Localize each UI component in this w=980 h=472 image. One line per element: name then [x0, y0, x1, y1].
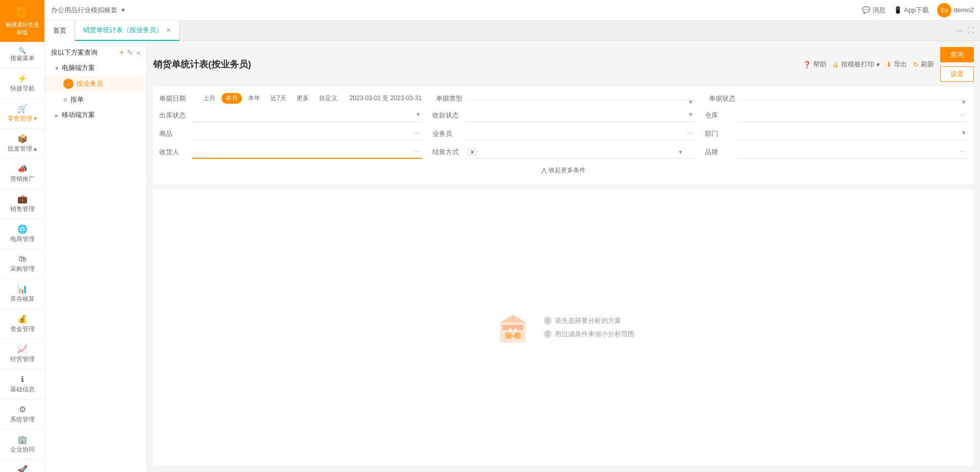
tab-sales-stat[interactable]: 销货单统计表（按业务员） ✕: [75, 20, 180, 41]
warehouse-dots: ···: [960, 110, 966, 118]
ops-label: 经营管理: [10, 356, 35, 363]
add-scheme-icon[interactable]: +: [119, 48, 124, 57]
collapse-label: 收起更多条件: [549, 166, 585, 175]
panel-title: 按以下方案查询: [51, 48, 97, 57]
warehouse-select[interactable]: ···: [738, 109, 968, 122]
user-name: demo2: [953, 6, 974, 14]
date-filter-row: 单据日期 上月 本月 本年 近7天 更多 自定义 2023-03-01 至 20…: [159, 93, 968, 104]
sidebar-item-enterprise[interactable]: 🏢 企业协同: [0, 430, 44, 460]
date-tab-last-month[interactable]: 上月: [199, 93, 219, 104]
sidebar-item-finance[interactable]: 💰 资金管理: [0, 309, 44, 339]
department-select[interactable]: ▾: [738, 127, 968, 140]
tree-group-label: 电脑端方案: [62, 63, 95, 73]
outbound-filter: 出库状态 ▾: [159, 109, 422, 122]
sidebar-item-wholesale[interactable]: 📦 批发管理 ▴: [0, 129, 44, 159]
tab-home[interactable]: 首页: [45, 20, 75, 41]
receipt-select[interactable]: ▾: [465, 109, 695, 122]
nav-icon-wholesale: 📦: [3, 134, 42, 144]
refresh-btn[interactable]: ↻ 刷新: [913, 60, 934, 69]
tree-item-by-order[interactable]: ≡ 按单: [45, 92, 146, 107]
product-select[interactable]: ···: [192, 127, 422, 140]
date-tab-this-month[interactable]: 本月: [222, 93, 242, 104]
tree-group-desktop[interactable]: ▾ 电脑端方案: [45, 60, 146, 76]
quick-nav-label: 快捷导航: [10, 85, 35, 92]
nav-icon-retail: 🛒: [3, 104, 42, 113]
print-btn[interactable]: 🖨 按模板打印 ▾: [832, 60, 880, 69]
date-tab-7days[interactable]: 近7天: [266, 93, 290, 104]
sidebar-item-ecom[interactable]: 🌐 电商管理: [0, 219, 44, 249]
payment-tag-close[interactable]: ×: [471, 149, 474, 156]
tab-minimize-icon[interactable]: —: [957, 27, 963, 34]
sidebar-item-ops[interactable]: 📈 经营管理: [0, 339, 44, 369]
help-label: 帮助: [813, 60, 826, 69]
svg-rect-1: [503, 325, 523, 330]
sidebar-item-basic[interactable]: ℹ 基础信息: [0, 369, 44, 399]
empty-state: 1 请先选择要分析的方案 2 用过滤条件来缩小分析范围: [153, 189, 974, 466]
search-menu[interactable]: 🔍 搜索菜单: [0, 42, 44, 68]
tree-expand-icon-mobile: ▸: [55, 111, 59, 119]
avatar: Ea: [937, 3, 951, 17]
empty-tips: 1 请先选择要分析的方案 2 用过滤条件来缩小分析范围: [544, 314, 634, 341]
app-subtitle: 标版: [17, 29, 28, 35]
marketing-label: 营销推广: [10, 175, 35, 182]
collapse-button[interactable]: ⋀ 收起更多条件: [159, 163, 968, 178]
collapse-panel-icon[interactable]: «: [136, 49, 140, 57]
sidebar-item-marketing[interactable]: 📣 营销推广: [0, 159, 44, 189]
help-btn[interactable]: ❓ 帮助: [803, 60, 826, 69]
scheme-salesperson-label: 按业务员: [77, 79, 103, 88]
export-btn[interactable]: ⬇ 导出: [886, 60, 907, 69]
tree-group-mobile[interactable]: ▸ 移动端方案: [45, 107, 146, 123]
nav-icon-ecom: 🌐: [3, 224, 42, 234]
date-tab-more[interactable]: 更多: [292, 93, 313, 104]
top-header: 办公用品行业模拟账套 ▾ 💬 消息 📱 App下载 Ea demo2: [45, 0, 980, 20]
sidebar-item-system[interactable]: ⚙ 系统管理: [0, 399, 44, 430]
consignee-filter: 收货人 ···: [159, 146, 422, 159]
nav-icon-newbie: 🚀: [3, 465, 42, 472]
payment-select[interactable]: × ▾: [465, 146, 695, 159]
receipt-filter: 收款状态 ▾: [432, 109, 695, 122]
receipt-dropdown-icon: ▾: [689, 110, 693, 118]
page-title-bar: 销货单统计表(按业务员) ❓ 帮助 🖨 按模板打印 ▾ ⬇ 导出: [153, 47, 974, 82]
nav-icon-inventory: 📊: [3, 284, 42, 294]
brand-select[interactable]: ···: [738, 146, 968, 159]
edit-scheme-icon[interactable]: ✎: [127, 49, 133, 57]
sidebar: 🟠 畅捷通好生意 标版 🔍 搜索菜单 ⚡ 快捷导航 🛒 零售管理 ▾ 📦 批发管…: [0, 0, 45, 472]
empty-tip-2: 2 用过滤条件来缩小分析范围: [544, 327, 634, 341]
tree-item-by-salesperson[interactable]: ✓ 按业务员: [45, 76, 146, 92]
setting-button[interactable]: 设置: [940, 66, 974, 82]
panel-header: 按以下方案查询 + ✎ «: [45, 45, 146, 60]
export-label: 导出: [894, 60, 907, 69]
warehouse-filter: 仓库 ···: [705, 109, 968, 122]
active-indicator: ✓: [63, 79, 74, 89]
doc-status-select[interactable]: ▾: [742, 97, 968, 100]
nav-icon-enterprise: 🏢: [3, 435, 42, 444]
outbound-select[interactable]: ▾: [192, 109, 422, 122]
date-tab-this-year[interactable]: 本年: [244, 93, 264, 104]
sidebar-item-purchase[interactable]: 🛍 采购管理: [0, 249, 44, 279]
svg-point-7: [514, 328, 517, 332]
user-profile[interactable]: Ea demo2: [937, 3, 974, 17]
sidebar-item-retail[interactable]: 🛒 零售管理 ▾: [0, 99, 44, 129]
search-menu-label: 搜索菜单: [0, 54, 44, 63]
sidebar-item-sales[interactable]: 💼 销售管理: [0, 189, 44, 219]
sidebar-item-inventory[interactable]: 📊 库存核算: [0, 279, 44, 309]
message-btn[interactable]: 💬 消息: [862, 6, 886, 15]
right-panel: 销货单统计表(按业务员) ❓ 帮助 🖨 按模板打印 ▾ ⬇ 导出: [147, 41, 980, 472]
date-tab-custom[interactable]: 自定义: [315, 93, 341, 104]
sidebar-item-newbie[interactable]: 🚀 新手引导: [0, 460, 44, 472]
product-filter: 商品 ···: [159, 127, 422, 140]
query-button[interactable]: 查询: [940, 47, 974, 62]
app-logo: 🟠 畅捷通好生意 标版: [0, 0, 45, 42]
header-dropdown-icon[interactable]: ▾: [121, 6, 125, 14]
sidebar-item-quick-nav[interactable]: ⚡ 快捷导航: [0, 68, 44, 99]
salesperson-select[interactable]: ···: [465, 127, 695, 140]
tab-maximize-icon[interactable]: ⛶: [967, 27, 974, 34]
app-download-btn[interactable]: 📱 App下载: [894, 6, 929, 15]
doc-type-select[interactable]: ▾: [469, 97, 695, 100]
consignee-select[interactable]: ···: [192, 146, 422, 159]
filter-area: 单据日期 上月 本月 本年 近7天 更多 自定义 2023-03-01 至 20…: [153, 87, 974, 184]
app-download-label: App下载: [904, 6, 929, 15]
doc-type-label: 单据类型: [436, 94, 469, 103]
filter-row-3: 商品 ··· 业务员 ··· 部门 ▾: [159, 127, 968, 140]
tab-close-icon[interactable]: ✕: [166, 27, 171, 33]
